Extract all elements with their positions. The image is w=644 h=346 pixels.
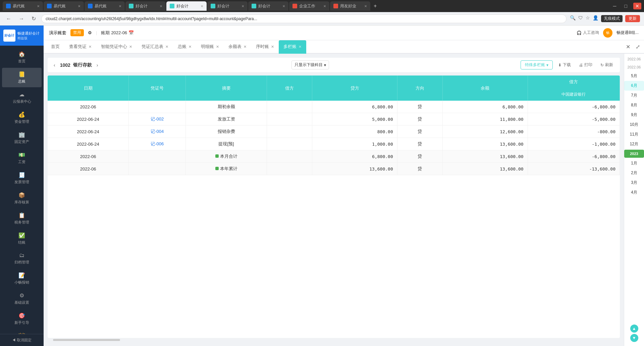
sidebar-item-tax[interactable]: 📋 税务管理 bbox=[2, 209, 42, 228]
print-button[interactable]: 🖨 打印 bbox=[576, 61, 595, 69]
month-6-active[interactable]: 6月 bbox=[624, 81, 644, 91]
sidebar-item-inventory[interactable]: 📦 库存核算 bbox=[2, 189, 42, 208]
month-12[interactable]: 12月 bbox=[624, 139, 644, 149]
star-icon[interactable]: ☆ bbox=[586, 15, 590, 22]
month-7[interactable]: 7月 bbox=[624, 91, 644, 100]
panel-arrows: ▲ ▼ bbox=[630, 322, 638, 345]
expand-tabs-button[interactable]: ⤢ bbox=[634, 42, 641, 51]
month-9[interactable]: 9月 bbox=[624, 110, 644, 120]
month-5[interactable]: 5月 bbox=[624, 71, 644, 81]
period-selector[interactable]: 账期 2022-06 📅 bbox=[101, 30, 134, 36]
tab-close-6[interactable]: ✕ bbox=[241, 4, 244, 8]
tab-general-ledger[interactable]: 总账 ✕ bbox=[173, 40, 196, 54]
h-scrollbar-thumb[interactable] bbox=[53, 339, 120, 341]
tab-7[interactable]: 好会计 ✕ bbox=[248, 1, 288, 11]
sidebar-item-payroll[interactable]: 💵 工资 bbox=[2, 148, 42, 168]
tab-detail[interactable]: 明细账 ✕ bbox=[196, 40, 224, 54]
tab-gl-close[interactable]: ✕ bbox=[189, 45, 192, 49]
sidebar-item-ledger[interactable]: 📒 总账 bbox=[2, 68, 42, 87]
profile-icon[interactable]: 👤 bbox=[593, 15, 598, 22]
cell-voucher[interactable]: 记-004 bbox=[129, 126, 186, 138]
tab-vsummary-close[interactable]: ✕ bbox=[165, 45, 168, 49]
tab-close-4[interactable]: ✕ bbox=[160, 4, 162, 8]
user-avatar[interactable]: 畅 bbox=[603, 28, 612, 38]
tab-voucher-view[interactable]: 查看凭证 ✕ bbox=[64, 40, 96, 54]
sidebar-item-invoice[interactable]: 🧾 发票管理 bbox=[2, 168, 42, 188]
reload-button[interactable]: ↻ bbox=[30, 15, 38, 22]
tab-home[interactable]: 首页 bbox=[46, 40, 64, 54]
month-8[interactable]: 8月 bbox=[624, 100, 644, 110]
maximize-button[interactable]: □ bbox=[623, 3, 629, 9]
sidebar-item-reports[interactable]: ☁ 云报表中心 bbox=[2, 88, 42, 107]
tab-6[interactable]: 好会计 ✕ bbox=[207, 1, 248, 11]
voucher-link[interactable]: 记-006 bbox=[151, 141, 164, 146]
tab-close-2[interactable]: ✕ bbox=[78, 4, 80, 8]
tab-close-9[interactable]: ✕ bbox=[364, 4, 367, 8]
tab-1[interactable]: 易代账 ✕ bbox=[3, 1, 43, 11]
tab-close-1[interactable]: ✕ bbox=[37, 4, 40, 8]
ledger-prev-button[interactable]: ‹ bbox=[52, 62, 57, 68]
tab-voucher-summary[interactable]: 凭证汇总表 ✕ bbox=[137, 40, 173, 54]
cell-voucher[interactable]: 记-002 bbox=[129, 113, 186, 126]
unpin-button[interactable]: ◀ 取消固定 bbox=[2, 338, 42, 343]
sidebar-item-member[interactable]: 👑 畅会员 bbox=[2, 329, 42, 334]
month-11[interactable]: 11月 bbox=[624, 130, 644, 139]
tab-close-5[interactable]: ✕ bbox=[201, 4, 203, 8]
cell-voucher[interactable]: 记-006 bbox=[129, 138, 186, 150]
special-multi-button[interactable]: 特殊多栏账 ▾ bbox=[521, 60, 553, 69]
sidebar-item-settings[interactable]: ⚙ 基础设置 bbox=[2, 289, 42, 308]
month-2023-4[interactable]: 4月 bbox=[624, 188, 644, 197]
tab-seq-close[interactable]: ✕ bbox=[271, 45, 274, 49]
tab-3[interactable]: 易代账 ✕ bbox=[85, 1, 125, 11]
tab-voucher-close[interactable]: ✕ bbox=[89, 45, 92, 49]
tab-smart-voucher[interactable]: 智能凭证中心 ✕ bbox=[96, 40, 137, 54]
filter-dropdown[interactable]: 只显示下级科目 ▾ bbox=[291, 60, 329, 69]
minimize-button[interactable]: ─ bbox=[611, 3, 619, 9]
sidebar-item-home[interactable]: 🏠 首页 bbox=[2, 48, 42, 67]
tab-8[interactable]: 企业工作 ✕ bbox=[289, 1, 329, 11]
back-button[interactable]: ← bbox=[4, 15, 13, 22]
download-button[interactable]: ⬇ 下载 bbox=[555, 61, 574, 69]
new-tab-button[interactable]: + bbox=[371, 3, 379, 9]
month-2023-2[interactable]: 2月 bbox=[624, 168, 644, 178]
search-icon[interactable]: 🔍 bbox=[570, 15, 576, 22]
no-trace-button[interactable]: 无痕模式 bbox=[601, 15, 623, 22]
tab-sequence[interactable]: 序时账 ✕ bbox=[251, 40, 279, 54]
h-scrollbar[interactable] bbox=[48, 338, 620, 342]
sidebar-item-funds[interactable]: 💰 资金管理 bbox=[2, 108, 42, 128]
tab-multi-column[interactable]: 多栏账 ✕ bbox=[279, 40, 306, 54]
tab-5[interactable]: 好会计 ✕ bbox=[166, 1, 207, 11]
tab-4[interactable]: 好会计 ✕ bbox=[125, 1, 166, 11]
tab-balance[interactable]: 余额表 ✕ bbox=[224, 40, 251, 54]
month-10[interactable]: 10月 bbox=[624, 120, 644, 130]
ledger-next-button[interactable]: › bbox=[95, 62, 100, 68]
sidebar-item-guide[interactable]: 🎯 新手引导 bbox=[2, 309, 42, 329]
voucher-link[interactable]: 记-002 bbox=[151, 116, 164, 121]
month-2023-1[interactable]: 1月 bbox=[624, 158, 644, 168]
month-2023-3[interactable]: 3月 bbox=[624, 178, 644, 188]
forward-button[interactable]: → bbox=[17, 15, 26, 22]
url-input[interactable]: cloud2.chanjet.com/accounting/uh26t264j5… bbox=[41, 14, 567, 23]
collapse-tabs-button[interactable]: ✕ bbox=[625, 42, 632, 51]
tab-balance-close[interactable]: ✕ bbox=[244, 45, 247, 49]
update-button[interactable]: 更新 bbox=[625, 15, 640, 22]
tab-close-8[interactable]: ✕ bbox=[323, 4, 326, 8]
tab-detail-close[interactable]: ✕ bbox=[216, 45, 219, 49]
voucher-link[interactable]: 记-004 bbox=[151, 129, 164, 134]
sidebar-item-expense[interactable]: 📝 小畅报销 bbox=[2, 269, 42, 288]
sidebar-item-archive[interactable]: 🗂 归档管理 bbox=[2, 249, 42, 268]
sidebar-item-closing[interactable]: ✅ 结账 bbox=[2, 229, 42, 248]
panel-up-arrow[interactable]: ▲ bbox=[630, 325, 638, 333]
tab-mc-close[interactable]: ✕ bbox=[299, 45, 302, 49]
tab-9[interactable]: 用友好业 ✕ bbox=[330, 1, 370, 11]
settings-gear-icon[interactable]: ⚙ bbox=[88, 30, 92, 35]
tab-close-3[interactable]: ✕ bbox=[119, 4, 121, 8]
consult-button[interactable]: 🎧 人工咨询 bbox=[577, 30, 599, 36]
refresh-button[interactable]: ↻ 刷新 bbox=[598, 61, 616, 69]
tab-2[interactable]: 易代账 ✕ bbox=[44, 1, 84, 11]
sidebar-item-assets[interactable]: 🏢 固定资产 bbox=[2, 128, 42, 148]
tab-smart-close[interactable]: ✕ bbox=[129, 45, 132, 49]
window-close-button[interactable]: ✕ bbox=[633, 3, 641, 9]
panel-down-arrow[interactable]: ▼ bbox=[630, 334, 638, 342]
tab-close-7[interactable]: ✕ bbox=[282, 4, 285, 8]
